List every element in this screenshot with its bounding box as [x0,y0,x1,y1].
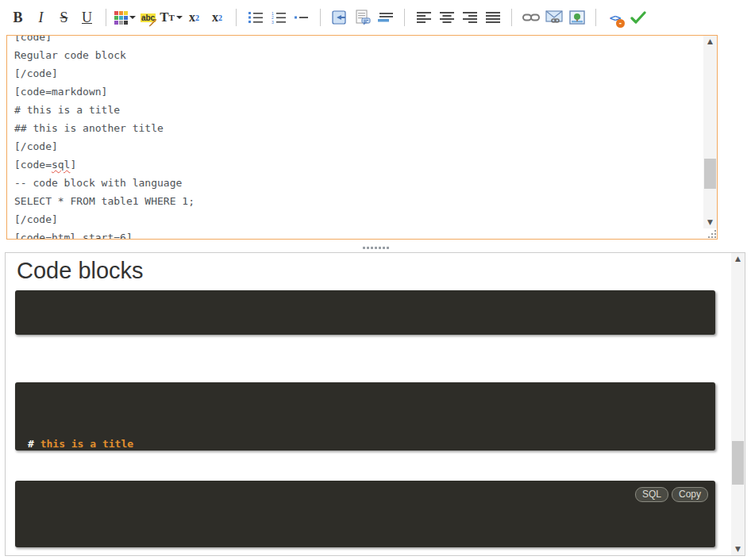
quote-button[interactable] [352,7,373,29]
image-icon [569,10,585,25]
bbcode-editor-content[interactable]: [code]Regular code block[/code][code=mar… [7,35,703,239]
bullet-list-button[interactable] [245,7,266,29]
code-button[interactable] [329,7,350,29]
list-item-icon [295,14,309,21]
format-toolbar: B I S U abc T T x 2 x 2 [6,5,649,30]
align-left-icon [417,11,431,24]
editor-text: ## this is another title [14,122,164,134]
editor-text: -- code block with language [14,177,182,189]
chevron-down-icon [129,16,136,19]
superscript-button[interactable]: x 2 [183,7,205,29]
editor-text: [code= [14,159,52,171]
align-right-button[interactable] [459,7,480,29]
editor-text: ] [70,159,76,171]
editor-scrollbar[interactable]: ▲ ▼ [703,36,717,228]
scroll-up-arrow[interactable]: ▲ [703,36,717,48]
editor-scrollbar-thumb[interactable] [704,159,716,189]
preview-title: Code blocks [17,258,144,284]
preview-scrollbar-thumb[interactable] [732,441,744,485]
svg-text:3: 3 [272,20,274,25]
editor-text: SELECT * FROM table1 WHERE 1; [14,195,194,207]
pane-resize-handle[interactable] [361,244,390,251]
code-block-badges: SQL Copy [635,487,708,502]
insert-link-button[interactable] [520,7,541,29]
bold-icon: B [13,10,22,26]
editor-line: -- code block with language [14,174,703,192]
scroll-up-arrow[interactable]: ▲ [731,253,745,265]
toolbar-separator [404,9,405,26]
textarea-resize-grip[interactable] [706,228,716,238]
scroll-down-arrow[interactable]: ▼ [731,543,745,555]
editor-text: # this is a title [14,104,120,116]
subscript-button[interactable]: x 2 [206,7,228,29]
accept-button[interactable] [627,7,649,29]
remove-format-button[interactable]: <> - [604,7,626,29]
editor-line: [code=html start=6] [14,228,703,239]
editor-line: SELECT * FROM table1 WHERE 1; [14,192,703,210]
align-center-icon [440,11,454,24]
editor-text: [/code] [14,67,58,79]
font-size-button[interactable]: T T [160,7,182,29]
editor-text: Regular code block [14,49,126,61]
email-icon [545,10,563,25]
toolbar-separator [511,9,512,26]
editor-page: { "toolbar": { "bold": "B", "italic": "I… [0,0,751,560]
paragraph-format-button[interactable] [375,7,396,29]
subscript-icon: x [212,10,218,25]
editor-line: [code=markdown] [14,82,703,101]
align-left-button[interactable] [413,7,434,29]
align-justify-icon [486,11,500,24]
numbered-list-button[interactable]: 1 2 3 [268,7,289,29]
toolbar-separator [236,9,237,26]
preview-scrollbar[interactable]: ▲ ▼ [731,253,745,555]
chevron-down-icon [176,16,183,19]
code-content: # this is a title## this is another titl… [28,434,703,451]
editor-text: [/code] [14,213,58,225]
code-scroll-icon [332,10,348,25]
editor-line: [/code] [14,137,703,155]
insert-image-button[interactable] [566,7,587,29]
editor-line: Regular code block [14,46,703,64]
bullet-list-icon [248,11,263,24]
code-block: SQL Copy -- code block with languageSELE… [15,481,715,547]
highlight-color-button[interactable]: abc [137,7,159,29]
font-size-icon: T [160,10,168,25]
quote-icon [355,10,371,25]
toolbar-separator [595,9,596,26]
numbered-list-icon: 1 2 3 [272,11,286,24]
pencil-icon [148,17,158,27]
underline-icon: U [82,10,92,26]
editor-line: [/code] [14,64,703,82]
italic-button[interactable]: I [30,7,52,29]
editor-text: [code=markdown] [14,86,107,98]
superscript-icon: x [189,10,195,25]
preview-pane: Code blocks Regular code block # this is… [5,252,745,556]
editor-line: ## this is another title [14,119,703,137]
editor-line: [/code] [14,210,703,228]
code-line: # this is a title [28,434,703,451]
editor-text: [code=html start=6] [14,232,133,239]
bold-button[interactable]: B [7,7,29,29]
editor-text: [/code] [14,140,58,152]
editor-line: [code=sql] [14,155,703,174]
editor-text: [code] [14,35,52,43]
font-color-button[interactable] [114,7,136,29]
list-item-button[interactable] [291,7,312,29]
align-justify-button[interactable] [482,7,503,29]
strikethrough-icon: S [60,10,67,26]
insert-email-button[interactable] [543,7,564,29]
editor-line: # this is a title [14,101,703,119]
code-block: # this is a title## this is another titl… [15,382,715,451]
misspelled-word: sql [52,159,70,171]
code-token-title: this is a title [40,438,133,450]
align-center-button[interactable] [436,7,457,29]
copy-button[interactable]: Copy [672,487,708,502]
language-badge: SQL [635,487,668,502]
code-token-bullet: # [28,438,40,450]
scroll-down-arrow[interactable]: ▼ [703,217,717,228]
bbcode-editor[interactable]: [code]Regular code block[/code][code=mar… [6,35,718,240]
underline-button[interactable]: U [76,7,98,29]
color-palette-icon [114,11,128,25]
strikethrough-button[interactable]: S [53,7,75,29]
code-block: Regular code block [15,290,715,335]
